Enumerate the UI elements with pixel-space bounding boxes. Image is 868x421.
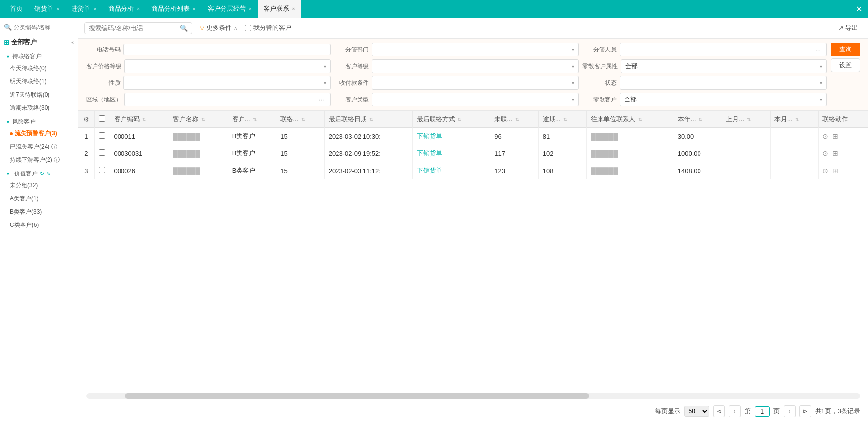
- my-customers-checkbox-label[interactable]: 我分管的客户: [245, 24, 291, 32]
- retail-customer-select[interactable]: 全部 ▾: [620, 93, 827, 106]
- tab-home[interactable]: 首页: [4, 0, 28, 18]
- sort-icon-year[interactable]: ⇅: [699, 117, 702, 122]
- sidebar-item-churn-warning[interactable]: 流失预警客户(3): [0, 127, 78, 140]
- tab-customer-contact[interactable]: 客户联系 ×: [258, 0, 301, 18]
- col-contact: 联络... ⇅: [276, 111, 324, 128]
- tab-purchase[interactable]: 进货单 ×: [65, 0, 102, 18]
- tab-customer-layer-close[interactable]: ×: [249, 6, 252, 12]
- row-last-way-link[interactable]: 下销货单: [417, 132, 442, 140]
- tab-customer-contact-close[interactable]: ×: [292, 6, 295, 12]
- row-select-checkbox[interactable]: [99, 149, 105, 156]
- sidebar-item-7days[interactable]: 近7天待联络(0): [0, 88, 78, 101]
- last-page-btn[interactable]: ⊳: [799, 405, 811, 417]
- sort-icon-this-month[interactable]: ⇅: [795, 117, 799, 122]
- more-filters-btn[interactable]: ▽ 更多条件 ∧: [196, 22, 241, 34]
- row-last-way-link[interactable]: 下销货单: [417, 167, 442, 174]
- tab-sales[interactable]: 销货单 ×: [28, 0, 65, 18]
- price-level-select[interactable]: ▾: [124, 59, 331, 73]
- export-btn[interactable]: ↗ 导出: [834, 22, 862, 34]
- sidebar-collapse-icon[interactable]: «: [71, 39, 74, 45]
- row-last-date: 2023-02-09 19:52:: [324, 145, 412, 162]
- action-link-icon[interactable]: ⊙: [822, 167, 828, 174]
- sidebar-item-b-class[interactable]: B类客户(33): [0, 205, 78, 219]
- tab-goods-list[interactable]: 商品分析列表 ×: [145, 0, 201, 18]
- customer-type-arrow: ▾: [572, 97, 574, 102]
- action-more-icon[interactable]: ⊞: [832, 132, 838, 140]
- horizontal-scrollbar[interactable]: [86, 393, 860, 399]
- sidebar-item-ungrouped[interactable]: 未分组(32): [0, 179, 78, 192]
- sort-icon-last-month[interactable]: ⇅: [747, 117, 751, 122]
- person-select[interactable]: ···: [620, 43, 827, 56]
- customer-type-select[interactable]: ▾: [372, 93, 579, 106]
- sort-icon-contact[interactable]: ⇅: [301, 117, 305, 122]
- col-settings[interactable]: ⚙: [78, 111, 94, 128]
- sort-icon-way[interactable]: ⇅: [458, 117, 461, 122]
- scrollbar-thumb[interactable]: [125, 393, 589, 399]
- export-icon: ↗: [838, 25, 844, 32]
- setting-btn[interactable]: 设置: [831, 58, 860, 72]
- action-link-icon[interactable]: ⊙: [822, 149, 828, 157]
- row-this-month: [770, 128, 818, 145]
- query-btn[interactable]: 查询: [831, 43, 860, 56]
- nature-select[interactable]: ▾: [123, 76, 331, 90]
- main-search-input[interactable]: [89, 25, 180, 32]
- row-last-way-link[interactable]: 下销货单: [417, 149, 442, 157]
- sort-icon-type[interactable]: ⇅: [253, 117, 257, 122]
- page-number[interactable]: 1: [755, 406, 770, 417]
- tab-purchase-close[interactable]: ×: [93, 6, 96, 12]
- sort-icon-date[interactable]: ⇅: [369, 117, 373, 122]
- sidebar-item-a-class[interactable]: A类客户(1): [0, 192, 78, 205]
- sidebar-item-declining[interactable]: 持续下滑客户(2) ⓘ: [0, 153, 78, 167]
- sort-icon-unlink[interactable]: ⇅: [515, 117, 519, 122]
- phone-input[interactable]: [123, 44, 331, 55]
- dept-down-arrow: ▾: [572, 47, 574, 52]
- my-customers-checkbox[interactable]: [245, 25, 251, 31]
- sort-icon-name[interactable]: ⇅: [201, 117, 205, 122]
- main-search-icon[interactable]: 🔍: [180, 25, 188, 32]
- select-all-checkbox[interactable]: [99, 115, 105, 122]
- retail-attr-select[interactable]: 全部 ▾: [621, 59, 827, 73]
- tab-customer-layer[interactable]: 客户分层经营 ×: [202, 0, 258, 18]
- sidebar-search-input[interactable]: [14, 24, 74, 31]
- sidebar-item-churned[interactable]: 已流失客户(24) ⓘ: [0, 140, 78, 153]
- tab-goods-analysis-close[interactable]: ×: [137, 6, 140, 12]
- prev-page-btn[interactable]: ‹: [729, 405, 741, 417]
- sidebar-item-c-class[interactable]: C类客户(6): [0, 219, 78, 232]
- first-page-btn[interactable]: ⊲: [713, 405, 725, 417]
- filter-nature: 性质 ▾: [86, 76, 331, 90]
- tab-sales-close[interactable]: ×: [56, 6, 59, 12]
- next-page-btn[interactable]: ›: [784, 405, 796, 417]
- refresh-icon[interactable]: ↻: [40, 171, 44, 177]
- export-label: 导出: [845, 24, 858, 32]
- col-person: 往来单位联系人 ⇅: [587, 111, 674, 128]
- row-select-checkbox[interactable]: [99, 132, 105, 139]
- tab-goods-list-label: 商品分析列表: [151, 4, 190, 13]
- person-dots[interactable]: ···: [813, 46, 822, 53]
- per-page-select[interactable]: 50 20 100: [684, 406, 709, 417]
- region-select[interactable]: ···: [124, 93, 331, 106]
- sidebar-item-today[interactable]: 今天待联络(0): [0, 62, 78, 75]
- sidebar-item-tomorrow[interactable]: 明天待联络(1): [0, 75, 78, 88]
- edit-icon[interactable]: ✎: [46, 171, 50, 177]
- dept-select[interactable]: ▾: [372, 43, 579, 56]
- status-select[interactable]: ▾: [620, 76, 827, 90]
- action-more-icon[interactable]: ⊞: [832, 167, 838, 174]
- sort-icon-person[interactable]: ⇅: [638, 117, 642, 122]
- tab-goods-analysis[interactable]: 商品分析 ×: [102, 0, 145, 18]
- sort-icon-overdue[interactable]: ⇅: [563, 117, 567, 122]
- action-more-icon[interactable]: ⊞: [832, 149, 838, 157]
- customer-level-select[interactable]: ▾: [372, 59, 579, 73]
- row-select-checkbox[interactable]: [99, 167, 105, 173]
- tab-goods-list-close[interactable]: ×: [193, 6, 195, 12]
- sidebar-root[interactable]: ⊞ 全部客户 «: [0, 35, 78, 50]
- region-dots[interactable]: ···: [317, 96, 326, 103]
- table-wrap: ⚙ 客户编码 ⇅ 客户名称 ⇅ 客户... ⇅ 联络... ⇅ 最后联络日期 ⇅…: [78, 111, 868, 391]
- filter-action-btns: 查询 设置: [831, 43, 860, 106]
- window-close-button[interactable]: ✕: [854, 2, 864, 16]
- row-code: 00030031: [110, 145, 169, 162]
- action-link-icon[interactable]: ⊙: [822, 132, 828, 140]
- sort-icon-code[interactable]: ⇅: [142, 117, 146, 122]
- row-overdue: 81: [538, 128, 586, 145]
- sidebar-item-overdue[interactable]: 逾期未联络(30): [0, 101, 78, 115]
- payment-select[interactable]: ▾: [372, 76, 579, 90]
